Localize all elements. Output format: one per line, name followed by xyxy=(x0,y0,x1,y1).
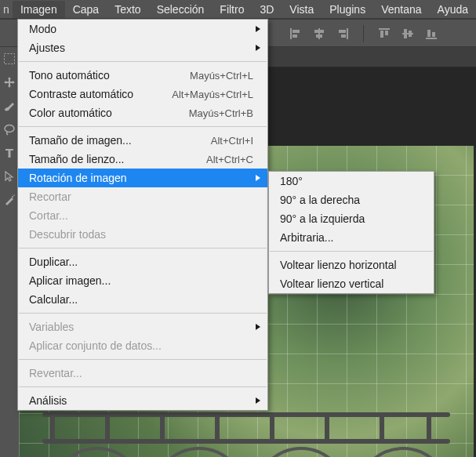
svg-rect-14 xyxy=(409,31,412,37)
lasso-tool-icon[interactable] xyxy=(0,118,19,141)
menu-label: Vista xyxy=(289,3,314,16)
svg-rect-6 xyxy=(347,28,348,39)
pointer-tool-icon[interactable] xyxy=(0,165,19,188)
menu-filtro[interactable]: Filtro xyxy=(212,1,252,18)
align-right-icon[interactable] xyxy=(333,24,352,43)
svg-rect-11 xyxy=(385,31,388,35)
image-menu-calcular[interactable]: Calcular... xyxy=(18,290,267,309)
image-menu-tono[interactable]: Tono automáticoMayús+Ctrl+L xyxy=(18,66,267,85)
rotation-menu-fliph[interactable]: Voltear lienzo horizontal xyxy=(269,256,434,274)
menu-item-label: Contraste automático xyxy=(29,88,172,100)
image-menu-aplicar[interactable]: Aplicar imagen... xyxy=(18,271,267,290)
rotation-menu-flipv[interactable]: Voltear lienzo vertical xyxy=(269,274,434,293)
menu-item-label: Descubrir todas xyxy=(29,228,253,241)
svg-rect-8 xyxy=(341,34,346,38)
menu-item-label: Reventar... xyxy=(29,367,253,379)
image-menu-contraste[interactable]: Contraste automáticoAlt+Mayús+Ctrl+L xyxy=(18,85,267,103)
menu-item-label: Variables xyxy=(29,321,253,333)
menu-3d[interactable]: 3D xyxy=(252,1,282,18)
svg-rect-9 xyxy=(379,28,390,30)
menu-item-label: Tamaño de lienzo... xyxy=(29,153,206,165)
menu-separator xyxy=(19,386,267,387)
menu-imagen[interactable]: Imagen xyxy=(13,1,65,18)
menu-item-label: Rotación de imagen xyxy=(29,172,253,184)
menu-item-label: Arbitraria... xyxy=(280,231,420,244)
app-root: n Imagen Capa Texto Selección Filtro 3D … xyxy=(0,0,476,457)
svg-point-21 xyxy=(13,194,15,196)
image-menu-ajustes[interactable]: Ajustes xyxy=(18,38,267,57)
align-left-icon[interactable] xyxy=(286,24,305,43)
menu-label: Capa xyxy=(73,3,99,16)
type-tool-icon[interactable] xyxy=(0,141,19,165)
marquee-tool-icon[interactable] xyxy=(0,47,19,71)
wand-tool-icon[interactable] xyxy=(0,188,19,212)
image-menu-modo[interactable]: Modo xyxy=(18,20,267,38)
menu-item-label: Aplicar conjunto de datos... xyxy=(29,339,253,352)
menu-item-label: Modo xyxy=(29,23,253,35)
menu-seleccion[interactable]: Selección xyxy=(149,1,213,18)
image-menu-variables[interactable]: Variables xyxy=(18,317,267,336)
image-menu-recortar[interactable]: Recortar xyxy=(18,187,267,206)
rotation-menu-180[interactable]: 180° xyxy=(269,172,434,190)
image-menu-analisis[interactable]: Análisis xyxy=(18,391,267,410)
image-menu-duplicar[interactable]: Duplicar... xyxy=(18,252,267,271)
move-tool-icon[interactable] xyxy=(0,71,19,94)
menu-item-label: Tamaño de imagen... xyxy=(29,134,211,147)
menu-plugins[interactable]: Plugins xyxy=(322,1,373,18)
menu-item-label: Análisis xyxy=(29,394,253,407)
menu-item-label: Voltear lienzo vertical xyxy=(280,277,420,290)
image-menu-tam_lienzo[interactable]: Tamaño de lienzo...Alt+Ctrl+C xyxy=(18,150,267,169)
image-menu-reventar[interactable]: Reventar... xyxy=(18,364,267,383)
alignment-icons xyxy=(286,24,441,43)
menu-label: Ayuda xyxy=(438,3,468,16)
svg-rect-18 xyxy=(5,54,15,64)
menu-ayuda[interactable]: Ayuda xyxy=(430,1,476,18)
svg-rect-1 xyxy=(293,30,300,33)
menu-separator xyxy=(19,313,267,314)
menu-label: Plugins xyxy=(329,3,365,16)
menu-item-shortcut: Alt+Ctrl+I xyxy=(211,135,253,147)
image-menu-rotacion[interactable]: Rotación de imagen xyxy=(18,169,267,187)
rotation-submenu: 180°90° a la derecha90° a la izquierdaAr… xyxy=(268,171,434,294)
menu-item-label: 90° a la izquierda xyxy=(280,212,420,225)
menu-separator xyxy=(19,359,267,360)
align-middle-v-icon[interactable] xyxy=(398,24,417,43)
menu-item-label: Color automático xyxy=(29,107,189,119)
image-menu-dropdown: ModoAjustesTono automáticoMayús+Ctrl+LCo… xyxy=(17,19,268,411)
svg-rect-15 xyxy=(426,38,437,39)
svg-point-20 xyxy=(12,196,13,198)
menu-separator xyxy=(19,61,267,62)
menu-label: Imagen xyxy=(20,3,57,16)
rotation-menu-90ccw[interactable]: 90° a la izquierda xyxy=(269,209,434,228)
menu-label: Texto xyxy=(114,3,140,16)
rotation-menu-arb[interactable]: Arbitraria... xyxy=(269,228,434,247)
menu-item-label: Cortar... xyxy=(29,209,253,222)
svg-rect-17 xyxy=(432,32,435,37)
align-top-icon[interactable] xyxy=(375,24,394,43)
menu-label: Selección xyxy=(157,3,205,16)
submenu-arrow-icon xyxy=(255,25,261,33)
menu-texto[interactable]: Texto xyxy=(107,1,148,18)
svg-rect-4 xyxy=(314,30,324,33)
image-menu-color[interactable]: Color automáticoMayús+Ctrl+B xyxy=(18,103,267,122)
svg-rect-16 xyxy=(427,30,431,37)
svg-rect-2 xyxy=(293,34,297,38)
menu-item-shortcut: Alt+Ctrl+C xyxy=(206,154,253,165)
image-menu-cortar[interactable]: Cortar... xyxy=(18,206,267,225)
image-menu-tam_img[interactable]: Tamaño de imagen...Alt+Ctrl+I xyxy=(18,131,267,150)
align-bottom-icon[interactable] xyxy=(422,24,441,43)
image-menu-datos[interactable]: Aplicar conjunto de datos... xyxy=(18,336,267,355)
rotation-menu-90cw[interactable]: 90° a la derecha xyxy=(269,190,434,209)
menu-ventana[interactable]: Ventana xyxy=(373,1,429,18)
menu-vista[interactable]: Vista xyxy=(282,1,322,18)
menu-capa[interactable]: Capa xyxy=(65,1,107,18)
brush-tool-icon[interactable] xyxy=(0,94,19,118)
image-menu-descubrir[interactable]: Descubrir todas xyxy=(18,225,267,244)
menu-label: Ventana xyxy=(381,3,421,16)
separator xyxy=(363,25,364,42)
menu-item-label: Voltear lienzo horizontal xyxy=(280,259,420,271)
menu-separator xyxy=(19,248,267,248)
submenu-arrow-icon xyxy=(255,397,261,404)
menu-item-shortcut: Alt+Mayús+Ctrl+L xyxy=(172,89,253,100)
align-center-h-icon[interactable] xyxy=(310,24,329,43)
